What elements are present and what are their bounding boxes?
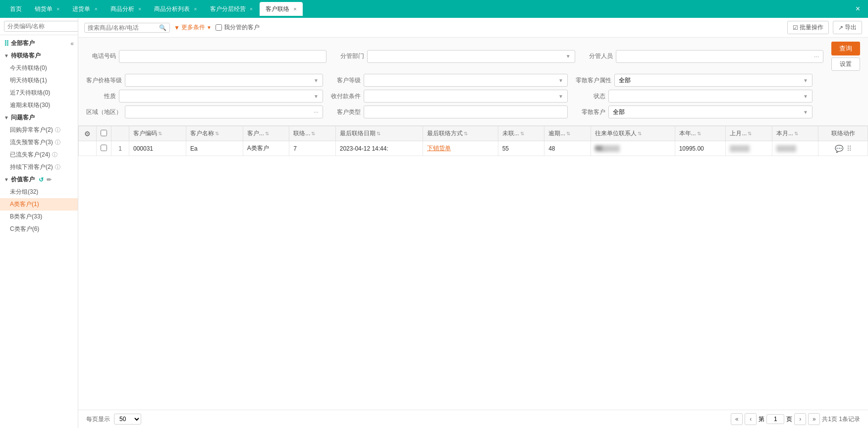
payment-select[interactable]: ▼ — [364, 90, 568, 103]
sort-icon-code[interactable]: ⇅ — [158, 131, 162, 136]
qr-icon[interactable]: ⠿ — [847, 145, 852, 153]
sort-icon-contact[interactable]: ⇅ — [311, 131, 315, 136]
price-level-select[interactable]: ▼ — [125, 74, 323, 87]
filter-search-icon[interactable]: 🔍 — [159, 24, 166, 31]
close-purchase[interactable]: × — [94, 6, 97, 12]
value-edit-icon[interactable]: ✏ — [47, 176, 52, 183]
th-checkbox[interactable] — [97, 126, 111, 141]
sidebar-item-unclassified[interactable]: 未分组(32) — [0, 186, 78, 198]
value-refresh-icon[interactable]: ↺ — [39, 176, 44, 183]
phone-input[interactable] — [119, 50, 326, 63]
page-number-input[interactable] — [766, 414, 784, 424]
next-page-btn[interactable]: › — [794, 413, 806, 425]
close-sales[interactable]: × — [56, 6, 59, 12]
sidebar-item-overdue-pending[interactable]: 逾期未联络(30) — [0, 99, 78, 111]
row-contact-action[interactable]: 💬 ⠿ — [818, 141, 868, 156]
adv-row-2: 客户价格等级 ▼ 客户等级 ▼ 零散客户属性 全部 ▼ — [86, 74, 860, 87]
sort-icon-year[interactable]: ⇅ — [697, 131, 701, 136]
export-btn[interactable]: ↗ 导出 — [833, 21, 862, 34]
th-customer-type[interactable]: 客户... ⇅ — [243, 126, 289, 141]
nature-select[interactable]: ▼ — [119, 90, 323, 103]
sort-icon-name[interactable]: ⇅ — [215, 131, 219, 136]
all-customers-header: ⠿ 全部客户 « — [0, 35, 78, 50]
nav-tab-customer-contact[interactable]: 客户联络 × — [260, 2, 302, 16]
chat-icon[interactable]: 💬 — [835, 145, 843, 153]
th-overdue[interactable]: 逾期... ⇅ — [544, 126, 591, 141]
nav-tab-sales[interactable]: 销货单 × — [29, 2, 65, 16]
group-problem-customer[interactable]: ▼ 问题客户 — [0, 111, 78, 124]
retail-customer-select[interactable]: 全部 ▼ — [608, 106, 813, 118]
sort-icon-overdue[interactable]: ⇅ — [566, 131, 570, 136]
th-gear[interactable]: ⚙ — [79, 126, 97, 141]
customer-level-select[interactable]: ▼ — [364, 74, 568, 87]
nav-tab-customer-segment[interactable]: 客户分层经营 × — [204, 2, 259, 16]
nav-tab-goods-analysis-list[interactable]: 商品分析列表 × — [148, 2, 203, 16]
query-btn[interactable]: 查询 — [831, 42, 860, 55]
close-customer-contact[interactable]: × — [293, 6, 296, 12]
sort-icon-unit[interactable]: ⇅ — [638, 131, 642, 136]
retail-attr-select[interactable]: 全部 ▼ — [614, 74, 813, 87]
th-contact-count[interactable]: 联络... ⇅ — [289, 126, 335, 141]
sidebar-item-today-pending[interactable]: 今天待联络(0) — [0, 62, 78, 74]
person-input[interactable]: ··· — [616, 50, 823, 63]
close-goods-analysis-list[interactable]: × — [194, 6, 197, 12]
customer-type-input[interactable] — [364, 106, 568, 118]
th-customer-code[interactable]: 客户编码 ⇅ — [129, 126, 186, 141]
filter-search-input[interactable] — [88, 24, 157, 31]
sort-icon-not-contacted[interactable]: ⇅ — [520, 131, 524, 136]
group-value-customer[interactable]: ▼ 价值客户 ↺ ✏ — [0, 173, 78, 186]
last-page-btn[interactable]: » — [808, 413, 820, 425]
batch-op-btn[interactable]: ☑ 批量操作 — [787, 21, 829, 34]
sort-icon-last-month[interactable]: ⇅ — [748, 131, 752, 136]
th-last-contact-date[interactable]: 最后联络日期 ⇅ — [335, 126, 423, 141]
sort-icon-date[interactable]: ⇅ — [377, 131, 380, 136]
my-customers-checkbox[interactable] — [216, 24, 222, 31]
settings-btn[interactable]: 设置 — [831, 57, 860, 71]
sidebar-item-churn-warning[interactable]: 流失预警客户(3) ⓘ — [0, 136, 78, 149]
th-customer-name[interactable]: 客户名称 ⇅ — [186, 126, 243, 141]
row-select-checkbox[interactable] — [101, 145, 107, 151]
contact-method-link[interactable]: 下销货单 — [427, 145, 451, 152]
sidebar-item-declining[interactable]: 持续下滑客户(2) ⓘ — [0, 161, 78, 173]
row-checkbox[interactable] — [97, 141, 111, 156]
filter-icon: ▼ — [174, 24, 180, 31]
first-page-btn[interactable]: « — [731, 413, 743, 425]
group-pending-contact[interactable]: ▼ 待联络客户 — [0, 50, 78, 62]
filter-more-conditions[interactable]: ▼ 更多条件 ▼ — [174, 23, 212, 32]
sidebar-item-rebuy-abnormal[interactable]: 回购异常客户(2) ⓘ — [0, 124, 78, 136]
th-this-month[interactable]: 本月... ⇅ — [772, 126, 818, 141]
status-arrow: ▼ — [803, 94, 808, 99]
th-last-contact-method[interactable]: 最后联络方式 ⇅ — [423, 126, 498, 141]
nav-close-all[interactable]: × — [852, 4, 864, 13]
sidebar-collapse-btn[interactable]: « — [70, 40, 74, 47]
status-select[interactable]: ▼ — [608, 90, 813, 103]
dept-select[interactable]: ▼ — [367, 50, 575, 63]
row-last-contact-method[interactable]: 下销货单 — [423, 141, 498, 156]
select-all-checkbox[interactable] — [101, 130, 107, 136]
gear-icon[interactable]: ⚙ — [84, 130, 91, 138]
sidebar-item-tomorrow-pending[interactable]: 明天待联络(1) — [0, 74, 78, 87]
prev-page-btn[interactable]: ‹ — [745, 413, 757, 425]
th-not-contacted[interactable]: 未联... ⇅ — [498, 126, 544, 141]
row-overdue: 48 — [544, 141, 591, 156]
sidebar-item-class-a[interactable]: A类客户(1) — [0, 198, 78, 211]
nav-tab-purchase[interactable]: 进货单 × — [66, 2, 103, 16]
page-size-select[interactable]: 50 100 200 — [114, 414, 141, 425]
declining-label: 持续下滑客户(2) — [10, 163, 53, 171]
th-unit-contact[interactable]: 往来单位联系人 ⇅ — [591, 126, 675, 141]
th-last-month[interactable]: 上月... ⇅ — [726, 126, 772, 141]
nav-tab-goods-analysis[interactable]: 商品分析 × — [105, 2, 147, 16]
sidebar-search-input[interactable] — [4, 21, 78, 32]
th-this-year[interactable]: 本年... ⇅ — [675, 126, 726, 141]
sidebar-item-churned[interactable]: 已流失客户(24) ⓘ — [0, 149, 78, 161]
region-input[interactable]: ··· — [125, 106, 323, 118]
sort-icon-type[interactable]: ⇅ — [265, 131, 269, 136]
close-customer-segment[interactable]: × — [250, 6, 253, 12]
sort-icon-method[interactable]: ⇅ — [464, 131, 468, 136]
nav-tab-home[interactable]: 首页 — [4, 2, 28, 16]
sidebar-item-7days-pending[interactable]: 近7天待联络(0) — [0, 87, 78, 99]
sidebar-item-class-c[interactable]: C类客户(6) — [0, 223, 78, 235]
close-goods-analysis[interactable]: × — [138, 6, 141, 12]
sidebar-item-class-b[interactable]: B类客户(33) — [0, 211, 78, 223]
sort-icon-this-month[interactable]: ⇅ — [794, 131, 798, 136]
